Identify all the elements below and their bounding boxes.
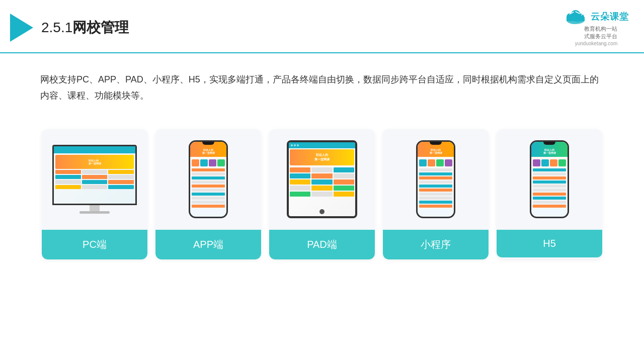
header-left: 2.5.1网校管理: [10, 14, 129, 42]
platform-cards: 职达人的第一堂网课: [0, 119, 644, 269]
phone-mini-mockup: 职达人的第一堂网课: [415, 140, 457, 218]
logo-tagline: 教育机构一站式服务云平台: [584, 25, 617, 40]
logo-cloud: 云朵课堂: [564, 9, 629, 24]
description-text: 网校支持PC、APP、PAD、小程序、H5，实现多端打通，产品各终端自由切换，数…: [0, 53, 644, 114]
logo-url: yunduoketang.com: [575, 41, 618, 46]
tablet-mockup: 职达人的第一堂网课: [287, 140, 357, 218]
phone-app-body: 职达人的第一堂网课: [189, 140, 228, 218]
card-app-label: APP端: [155, 230, 261, 259]
page-title: 2.5.1网校管理: [41, 18, 129, 37]
logo-area: 云朵课堂 教育机构一站式服务云平台 yunduoketang.com: [564, 9, 629, 46]
phone-h5-body: 职达人的第一堂网课: [530, 140, 569, 218]
cloud-logo-icon: [564, 9, 588, 24]
card-h5-label: H5: [497, 230, 602, 257]
phone-app-mockup: 职达人的第一堂网课: [187, 140, 230, 218]
phone-mini-body: 职达人的第一堂网课: [416, 140, 455, 218]
card-pad-label: PAD端: [269, 230, 375, 259]
pc-screen: 职达人的第一堂网课: [52, 145, 137, 205]
card-h5: 职达人的第一堂网课: [497, 129, 602, 259]
play-icon: [10, 14, 33, 42]
card-miniprogram-image: 职达人的第一堂网课: [383, 129, 489, 230]
card-pc: 职达人的第一堂网课: [42, 129, 147, 259]
svg-rect-6: [567, 17, 585, 21]
card-miniprogram: 职达人的第一堂网课: [383, 129, 489, 259]
card-pad: 职达人的第一堂网课: [269, 129, 375, 259]
card-app-image: 职达人的第一堂网课: [155, 129, 261, 230]
logo-text: 云朵课堂: [591, 11, 629, 23]
card-h5-image: 职达人的第一堂网课: [497, 129, 602, 230]
card-miniprogram-label: 小程序: [383, 230, 489, 259]
card-pc-image: 职达人的第一堂网课: [42, 129, 147, 230]
tablet-body: 职达人的第一堂网课: [287, 140, 357, 218]
phone-h5-mockup: 职达人的第一堂网课: [528, 140, 571, 218]
page-header: 2.5.1网校管理 云朵课堂 教育机构一站式服务云平台 yunduoke: [0, 0, 644, 53]
card-pc-label: PC端: [42, 230, 147, 259]
pc-mockup: 职达人的第一堂网课: [49, 145, 140, 214]
card-pad-image: 职达人的第一堂网课: [269, 129, 375, 230]
card-app: 职达人的第一堂网课: [155, 129, 261, 259]
